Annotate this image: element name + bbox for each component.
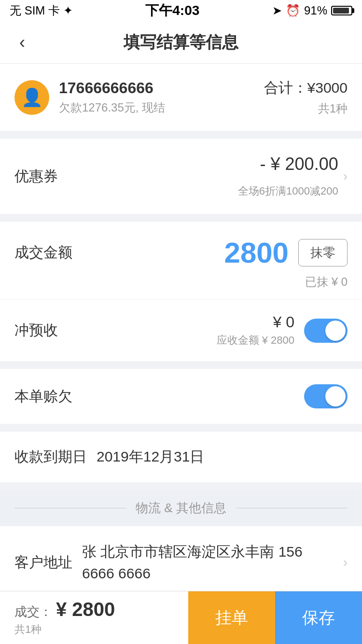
coupon-row[interactable]: 优惠券 - ¥ 200.00 全场6折满1000减200 › [0, 139, 362, 214]
prepay-toggle[interactable] [304, 319, 348, 343]
credit-section: 本单赊欠 [0, 369, 362, 424]
deal-label: 成交金额 [14, 243, 72, 263]
status-right: ➤ ⏰ 91% [272, 4, 352, 17]
due-section: 收款到期日 2019年12月31日 [0, 432, 362, 482]
due-label: 收款到期日 [14, 447, 87, 467]
bottom-summary: 成交： ¥ 2800 共1种 [0, 599, 188, 637]
divider-line-right [236, 508, 348, 508]
deal-amount: 2800 [224, 236, 289, 269]
address-section[interactable]: 客户地址 张 北京市市辖区海淀区永丰南 156 6666 6666 › [0, 526, 362, 599]
round-button[interactable]: 抹零 [298, 239, 348, 266]
divider-text: 物流 & 其他信息 [136, 500, 226, 517]
save-button[interactable]: 保存 [275, 591, 362, 644]
nav-bar: ‹ 填写结算等信息 [0, 21, 362, 64]
bottom-bar: 成交： ¥ 2800 共1种 挂单 保存 [0, 591, 362, 644]
logistics-divider: 物流 & 其他信息 [0, 490, 362, 526]
alarm-icon: ⏰ [286, 4, 300, 17]
address-value: 张 北京市市辖区海淀区永丰南 156 6666 6666 [82, 541, 329, 584]
customer-card: 👤 17666666666 欠款1276.35元, 现结 合计：¥3000 共1… [0, 64, 362, 131]
divider-line-left [14, 508, 126, 508]
coupon-desc: 全场6折满1000减200 [238, 184, 338, 198]
battery-icon [331, 6, 352, 15]
bottom-deal-amount: ¥ 2800 [56, 599, 115, 620]
coupon-amount: - ¥ 200.00 [260, 154, 338, 174]
status-time: 下午4:03 [145, 1, 199, 20]
prepay-right: ¥ 0 应收金额 ¥ 2800 [217, 313, 348, 348]
status-left: 无 SIM 卡 ✦ [10, 3, 73, 18]
location-icon: ➤ [272, 4, 282, 17]
deal-sub: 已抹 ¥ 0 [0, 274, 362, 299]
customer-info: 17666666666 欠款1276.35元, 现结 [59, 79, 165, 115]
status-bar: 无 SIM 卡 ✦ 下午4:03 ➤ ⏰ 91% [0, 0, 362, 21]
credit-toggle[interactable] [304, 384, 348, 408]
prepay-label: 冲预收 [14, 321, 58, 340]
prepay-row: 冲预收 ¥ 0 应收金额 ¥ 2800 [0, 299, 362, 361]
hang-button[interactable]: 挂单 [188, 591, 275, 644]
deal-section: 成交金额 2800 抹零 已抹 ¥ 0 冲预收 ¥ 0 应收金额 ¥ 2800 [0, 222, 362, 361]
avatar-icon: 👤 [21, 87, 43, 108]
customer-phone: 17666666666 [59, 79, 165, 97]
chevron-right-icon: › [343, 168, 348, 184]
address-label: 客户地址 [14, 553, 72, 573]
prepay-amount: ¥ 0 应收金额 ¥ 2800 [217, 313, 294, 348]
coupon-section: 优惠券 - ¥ 200.00 全场6折满1000减200 › [0, 139, 362, 214]
customer-left: 👤 17666666666 欠款1276.35元, 现结 [14, 79, 165, 115]
coupon-right: - ¥ 200.00 全场6折满1000减200 [58, 154, 338, 198]
total-amount: 合计：¥3000 [264, 78, 348, 98]
credit-label: 本单赊欠 [14, 387, 72, 406]
avatar: 👤 [14, 80, 49, 115]
bottom-deal: 成交： ¥ 2800 [14, 599, 174, 620]
sim-label: 无 SIM 卡 ✦ [10, 3, 73, 18]
coupon-label: 优惠券 [14, 167, 58, 186]
total-count: 共1种 [264, 101, 348, 116]
prepay-sub: 应收金额 ¥ 2800 [217, 333, 294, 348]
battery-fill [333, 8, 349, 14]
bottom-deal-label: 成交： [14, 603, 52, 620]
main-content: 👤 17666666666 欠款1276.35元, 现结 合计：¥3000 共1… [0, 64, 362, 644]
page-title: 填写结算等信息 [124, 31, 238, 54]
credit-toggle-knob [325, 386, 346, 406]
address-chevron-icon: › [343, 555, 348, 570]
toggle-knob [325, 321, 346, 341]
deal-row: 成交金额 2800 抹零 [0, 222, 362, 274]
deal-right: 2800 抹零 [224, 236, 348, 269]
customer-total: 合计：¥3000 共1种 [264, 78, 348, 116]
due-date: 2019年12月31日 [97, 447, 204, 467]
bottom-count: 共1种 [14, 622, 174, 637]
customer-debt: 欠款1276.35元, 现结 [59, 100, 165, 115]
prepay-num: ¥ 0 [217, 313, 294, 331]
back-button[interactable]: ‹ [14, 28, 30, 57]
battery-percent: 91% [304, 4, 327, 17]
